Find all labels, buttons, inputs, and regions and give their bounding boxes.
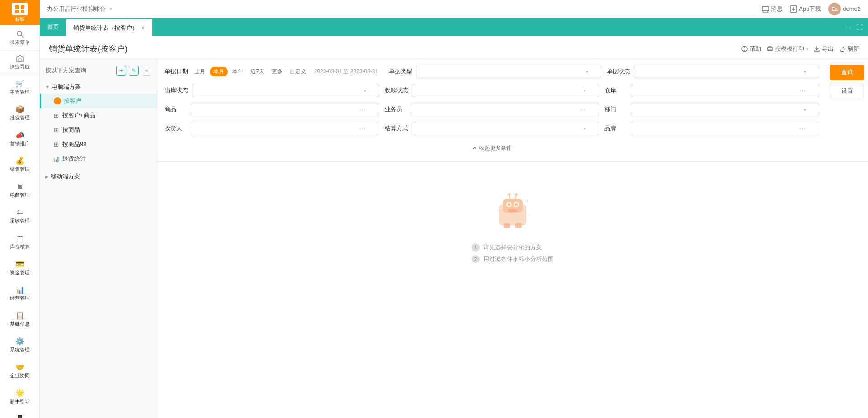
date-last-month[interactable]: 上月 [192, 67, 208, 76]
empty-state: ✦ ✦ ✦ 1 请先选择要分析的方案 2 用过滤条件来缩小分析范围 [157, 162, 868, 281]
username: demo2 [843, 5, 861, 12]
sidebar-item-enterprise[interactable]: 🤝 企业协同 [0, 358, 39, 384]
add-scheme-btn[interactable]: + [116, 66, 126, 76]
brand-label: 品牌 [604, 124, 627, 133]
sidebar-item-inventory[interactable]: 🗃 库存核算 [0, 229, 39, 255]
sidebar-item-operations[interactable]: 📊 经营管理 [0, 280, 39, 306]
scheme-item-by-goods99[interactable]: ⊞ 按商品99 [40, 137, 157, 152]
receiver-control: ··· [191, 122, 379, 135]
collapse-conditions-btn[interactable]: 收起更多条件 [165, 141, 819, 156]
date-shortcuts: 上月 本月 本年 近7天 更多 自定义 [192, 67, 309, 76]
app-download-label: App下载 [799, 5, 821, 13]
sidebar-item-sales[interactable]: 💰 销售管理 [0, 152, 39, 177]
empty-illustration: ✦ ✦ ✦ [486, 180, 540, 234]
basic-label: 基础信息 [10, 321, 30, 328]
sidebar-item-newbie[interactable]: 🌟 新手引导 [0, 384, 39, 409]
filter-form: 单据日期 上月 本月 本年 近7天 更多 自定义 2023-03-01 至 20… [157, 59, 826, 161]
sales-label: 销售管理 [10, 166, 30, 173]
marketing-label: 营销推广 [10, 140, 30, 147]
edit-scheme-btn[interactable]: ✎ [129, 66, 139, 76]
brand-input[interactable]: ··· [631, 122, 819, 135]
sidebar-item-basic[interactable]: 📋 基础信息 [0, 306, 39, 332]
search-menu-item[interactable]: 搜索菜单 [0, 25, 39, 51]
settings-button[interactable]: 设置 [830, 84, 864, 98]
message-btn[interactable]: 消息 [762, 5, 783, 13]
dept-input[interactable]: ▾ [631, 103, 819, 116]
sidebar-item-purchase[interactable]: 🏷 采购管理 [0, 203, 39, 229]
tab-sales-stats[interactable]: 销货单统计表（按客户） ✕ [66, 19, 152, 37]
filter-order-type: 单据类型 ▾ [389, 65, 601, 78]
receiver-dots: ··· [359, 125, 366, 132]
dept-control: ▾ [631, 103, 819, 116]
scheme-group-mobile: ▶ 移动端方案 [40, 168, 157, 185]
svg-rect-25 [515, 223, 522, 228]
system-icon: ⚙️ [15, 337, 24, 346]
out-status-input[interactable]: ▾ [192, 84, 379, 97]
group-arrow-icon: ▼ [45, 85, 50, 90]
filter-row-3: 商品 ··· 业务员 [165, 103, 819, 116]
payment-status-control: ▾ [412, 84, 599, 97]
scheme-group-desktop-title[interactable]: ▼ 电脑端方案 [40, 80, 157, 94]
operations-label: 经营管理 [10, 295, 30, 302]
page-content: 销货单统计表(按客户) 帮助 按模板打印 ▾ 导出 刷新 [40, 36, 868, 418]
svg-text:✦: ✦ [525, 199, 529, 204]
staff-input[interactable]: ··· [411, 103, 599, 116]
scheme-item-by-customer-goods[interactable]: ⊞ 按客户+商品 [40, 108, 157, 123]
out-status-label: 出库状态 [165, 86, 188, 95]
date-custom[interactable]: 自定义 [287, 67, 309, 76]
sidebar-item-retail[interactable]: 🛒 零售管理 [0, 74, 39, 100]
warehouse-input[interactable]: ··· [631, 84, 819, 97]
sidebar-item-system[interactable]: ⚙️ 系统管理 [0, 332, 39, 358]
print-btn[interactable]: 按模板打印 ▾ [767, 45, 808, 53]
out-status-arrow: ▾ [364, 88, 366, 93]
date-last-7days[interactable]: 近7天 [248, 67, 267, 76]
tab-close-btn[interactable]: ✕ [141, 25, 145, 31]
sidebar-item-marketing[interactable]: 📣 营销推广 [0, 126, 39, 152]
svg-rect-2 [15, 10, 19, 13]
sidebar-item-finance[interactable]: 💳 资金管理 [0, 255, 39, 280]
query-button[interactable]: 查询 [830, 65, 864, 80]
help-btn[interactable]: 帮助 [741, 45, 761, 53]
scheme-group-desktop: ▼ 电脑端方案 按 按客户 ⊞ 按客户+商品 ⊞ 按商品 [40, 78, 157, 168]
filter-section: 按以下方案查询 + ✎ « ▼ 电脑端方案 按 按客户 [40, 59, 868, 418]
sidebar-item-wholesale[interactable]: 📦 批发管理 [0, 100, 39, 126]
quick-nav-item[interactable]: 快捷导航 [0, 51, 39, 74]
tab-home-label: 首页 [47, 23, 59, 31]
svg-point-17 [508, 203, 510, 206]
svg-point-21 [508, 193, 510, 196]
order-status-input[interactable]: ▾ [634, 65, 819, 78]
app-download-btn[interactable]: App下载 [790, 5, 821, 13]
sidebar-item-ecommerce[interactable]: 🖥 电商管理 [0, 177, 39, 203]
tab-maximize-btn[interactable]: ⛶ [854, 22, 864, 33]
payment-status-arrow: ▾ [584, 88, 586, 93]
date-more[interactable]: 更多 [269, 67, 285, 76]
svg-rect-3 [21, 10, 24, 13]
payment-status-input[interactable]: ▾ [412, 84, 599, 97]
svg-text:✦: ✦ [527, 214, 529, 217]
order-type-input[interactable]: ▾ [416, 65, 601, 78]
svg-line-22 [515, 195, 516, 199]
filter-brand: 品牌 ··· [604, 122, 819, 135]
sidebar-item-appstore[interactable]: 📱 应用中心 [0, 409, 39, 418]
ecommerce-icon: 🖥 [15, 182, 24, 191]
settlement-arrow: ▾ [584, 126, 586, 131]
export-btn[interactable]: 导出 [814, 45, 834, 53]
user-menu[interactable]: Ea demo2 [828, 3, 861, 15]
scheme-bar-icon: 📊 [52, 155, 60, 162]
scheme-item-by-customer[interactable]: 按 按客户 [40, 94, 157, 108]
dept-label: 部门 [604, 105, 627, 114]
date-this-month[interactable]: 本月 [210, 67, 228, 76]
scheme-item-by-goods[interactable]: ⊞ 按商品 [40, 123, 157, 137]
receiver-input[interactable]: ··· [191, 122, 379, 135]
settlement-input[interactable]: ▾ [412, 122, 599, 135]
scheme-group-mobile-title[interactable]: ▶ 移动端方案 [40, 170, 157, 183]
page-actions: 帮助 按模板打印 ▾ 导出 刷新 [741, 45, 859, 53]
app-logo[interactable]: 标版 [0, 0, 40, 25]
goods-input[interactable]: ··· [191, 103, 379, 116]
collapse-sidebar-btn[interactable]: « [142, 66, 151, 76]
scheme-item-return-stats[interactable]: 📊 退货统计 [40, 152, 157, 166]
date-this-year[interactable]: 本年 [230, 67, 246, 76]
refresh-btn[interactable]: 刷新 [839, 45, 859, 53]
tab-minimize-btn[interactable]: — [843, 22, 853, 33]
tab-home[interactable]: 首页 [40, 18, 66, 36]
